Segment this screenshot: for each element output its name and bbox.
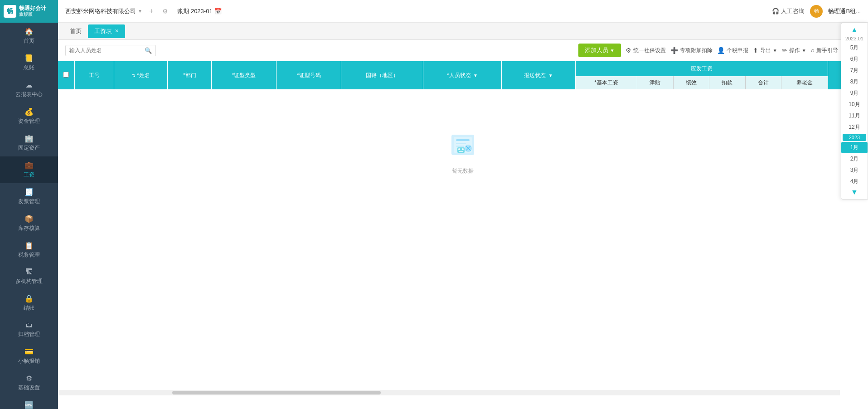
service-label: 人工咨询 — [781, 7, 805, 15]
date-month-5[interactable]: 5月 — [841, 42, 868, 54]
date-month-7[interactable]: 7月 — [841, 65, 868, 76]
archive-icon: 🗂 — [25, 321, 33, 329]
headset-icon: 🎧 — [772, 8, 779, 15]
th-deduction-label: 扣款 — [722, 79, 732, 86]
sidebar-item-tax[interactable]: 📋 税务管理 — [0, 237, 58, 263]
username[interactable]: 畅理通B组... — [828, 7, 861, 15]
date-panel-period: 2023.01 — [845, 35, 863, 42]
search-input[interactable] — [69, 47, 142, 54]
sidebar-item-inventory-label: 库存核算 — [18, 224, 40, 232]
guide-icon: 🆕 — [24, 401, 34, 409]
calendar-icon[interactable]: 📅 — [214, 8, 222, 15]
invoice-icon: 🧾 — [24, 188, 34, 196]
tab-home[interactable]: 首页 — [63, 24, 88, 38]
date-month-1[interactable]: 1月 — [841, 142, 868, 153]
sidebar-item-settings[interactable]: ⚙ 基础设置 — [0, 370, 58, 396]
sidebar-item-fund-label: 资金管理 — [18, 117, 40, 125]
sidebar-item-settings-label: 基础设置 — [18, 384, 40, 392]
th-num-label: 工号 — [89, 72, 100, 78]
svg-point-10 — [462, 148, 464, 150]
th-total-label: 合计 — [758, 79, 769, 86]
personal-tax-icon: 👤 — [717, 47, 725, 54]
sidebar-item-fund[interactable]: 💰 资金管理 — [0, 103, 58, 130]
personal-tax-action[interactable]: 👤 个税申报 — [717, 47, 748, 54]
avatar: 畅 — [810, 5, 823, 18]
sidebar-item-salary-label: 工资 — [24, 171, 34, 179]
inventory-icon: 📦 — [24, 214, 34, 223]
date-month-2[interactable]: 2月 — [841, 153, 868, 165]
date-month-8[interactable]: 8月 — [841, 76, 868, 88]
sidebar-item-cloud[interactable]: ☁ 云报表中心 — [0, 76, 58, 103]
sidebar-item-expense[interactable]: 💳 小畅报销 — [0, 343, 58, 370]
logo-name: 畅通好会计 — [19, 5, 46, 11]
date-month-6[interactable]: 6月 — [841, 54, 868, 65]
sidebar-item-multi[interactable]: 🏗 多机构管理 — [0, 263, 58, 290]
topbar-right: 🎧 人工咨询 畅 畅理通B组... — [772, 5, 861, 18]
svg-rect-2 — [456, 139, 470, 141]
sidebar-item-inventory[interactable]: 📦 库存核算 — [0, 210, 58, 237]
sidebar-item-close[interactable]: 🔒 结账 — [0, 290, 58, 316]
company-dropdown-icon: ▼ — [138, 9, 142, 14]
tab-home-label: 首页 — [70, 27, 82, 35]
add-person-button[interactable]: 添加人员 ▼ — [578, 44, 621, 57]
date-month-10[interactable]: 10月 — [841, 99, 868, 110]
sidebar-item-ledger-label: 总账 — [24, 64, 34, 72]
add-company-button[interactable]: ＋ — [146, 6, 157, 16]
select-all-checkbox[interactable] — [63, 72, 69, 78]
th-cert-no-label: *证型号码 — [297, 72, 321, 78]
add-person-label: 添加人员 — [585, 46, 608, 54]
tab-salary-table-label: 工资表 — [94, 27, 112, 35]
search-icon: 🔍 — [145, 47, 152, 54]
sidebar-item-guide[interactable]: 🆕 新手引导 — [0, 396, 58, 409]
th-performance-label: 绩效 — [686, 79, 697, 86]
date-month-4[interactable]: 4月 — [841, 176, 868, 187]
guide-toolbar-icon: ○ — [811, 47, 815, 54]
th-person-status-label: *人员状态 — [447, 72, 471, 78]
period-value: 2023-01 — [191, 8, 213, 15]
operation-action[interactable]: ✏ 操作 ▼ — [782, 47, 806, 54]
date-month-9[interactable]: 9月 — [841, 88, 868, 99]
sidebar-item-home[interactable]: 🏠 首页 — [0, 23, 58, 49]
tab-salary-table[interactable]: 工资表 ✕ — [88, 24, 125, 38]
sidebar-item-salary[interactable]: 💼 工资 — [0, 156, 58, 183]
th-total: 合计 — [745, 76, 781, 89]
social-settings-label: 统一社保设置 — [633, 47, 666, 54]
topbar: 西安虾米网络科技有限公司 ▼ ＋ ⚙ 账期 2023-01 📅 🎧 人工咨询 畅… — [58, 0, 868, 23]
th-checkbox[interactable] — [58, 61, 74, 89]
person-status-filter-icon[interactable]: ▼ — [473, 73, 478, 78]
date-month-12[interactable]: 12月 — [841, 122, 868, 133]
date-month-11[interactable]: 11月 — [841, 110, 868, 122]
company-selector[interactable]: 西安虾米网络科技有限公司 ▼ — [65, 7, 142, 15]
search-box[interactable]: 🔍 — [65, 45, 156, 56]
personal-tax-label: 个税申报 — [727, 47, 748, 54]
report-status-filter-icon[interactable]: ▼ — [548, 73, 553, 78]
home-icon: 🏠 — [24, 27, 34, 36]
th-person-status: *人员状态 ▼ — [423, 61, 501, 89]
special-deduct-action[interactable]: ➕ 专项附加扣除 — [670, 47, 713, 54]
th-region-label: 国籍（地区） — [366, 72, 398, 78]
sidebar-nav: 🏠 首页 📒 总账 ☁ 云报表中心 💰 资金管理 🏢 固定资产 💼 工资 🧾 发… — [0, 23, 58, 409]
export-arrow-icon: ▼ — [773, 48, 777, 53]
sidebar-item-asset[interactable]: 🏢 固定资产 — [0, 130, 58, 156]
sidebar-item-tax-label: 税务管理 — [18, 251, 40, 259]
th-base-salary: *基本工资 — [576, 76, 637, 89]
period-selector: 账期 2023-01 📅 — [177, 7, 222, 15]
settings-button[interactable]: ⚙ — [160, 8, 170, 15]
sidebar-item-ledger[interactable]: 📒 总账 — [0, 49, 58, 76]
th-name-label: *姓名 — [137, 72, 150, 78]
sidebar-item-invoice[interactable]: 🧾 发票管理 — [0, 183, 58, 210]
operation-arrow-icon: ▼ — [802, 48, 806, 53]
date-panel-scroll-up[interactable]: ▲ — [850, 25, 859, 35]
cloud-icon: ☁ — [25, 81, 33, 89]
export-action[interactable]: ⬆ 导出 ▼ — [753, 47, 777, 54]
sidebar-item-archive[interactable]: 🗂 归档管理 — [0, 316, 58, 343]
tab-close-icon[interactable]: ✕ — [115, 28, 119, 34]
empty-state-text: 暂无数据 — [452, 167, 474, 175]
export-icon: ⬆ — [753, 47, 758, 54]
date-month-3[interactable]: 3月 — [841, 165, 868, 176]
svg-rect-8 — [457, 147, 465, 153]
date-panel-scroll-down[interactable]: ▼ — [850, 187, 859, 197]
social-settings-action[interactable]: ⚙ 统一社保设置 — [626, 47, 666, 54]
guide-action[interactable]: ○ 新手引导 — [811, 47, 838, 54]
service-button[interactable]: 🎧 人工咨询 — [772, 7, 805, 15]
